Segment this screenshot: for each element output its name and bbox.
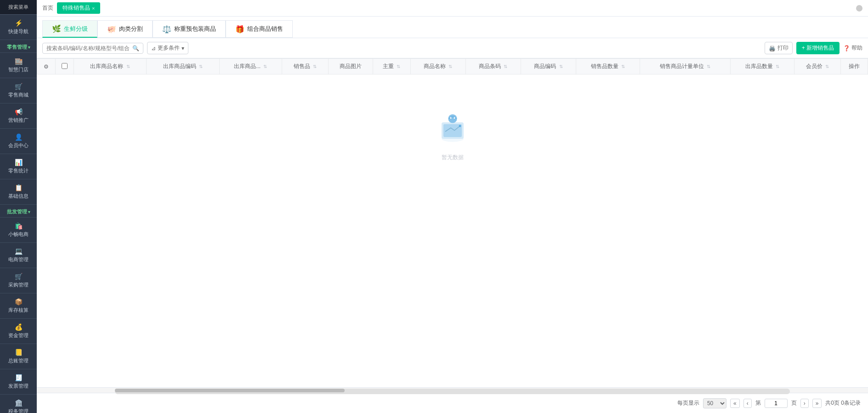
last-page-button[interactable]: » (812, 399, 822, 408)
page-label-after: 页 (791, 399, 797, 407)
sidebar-item-inventory[interactable]: 📦 库存核算 (0, 293, 37, 319)
sidebar-item-label: 发票管理 (8, 383, 28, 390)
tab-combo-sale[interactable]: 🎁 组合商品销售 (226, 20, 293, 38)
toolbar: 🔍 ⊿ 更多条件 ▾ 🖨️ 打印 + 新增销售品 ❓ 帮助 (37, 38, 868, 58)
h-scrollbar-thumb[interactable] (115, 389, 345, 392)
sidebar-item-mini-ecom[interactable]: 🛍️ 小畅电商 (0, 218, 37, 243)
sort-icon[interactable]: ⇅ (263, 64, 267, 69)
h-scrollbar[interactable] (37, 387, 868, 393)
svg-point-5 (454, 117, 455, 119)
sidebar-item-label: 零售统计 (8, 167, 28, 174)
sidebar-item-invoice-mgmt[interactable]: 🧾 发票管理 (0, 369, 37, 395)
active-tab[interactable]: 特殊销售品 × (57, 2, 100, 14)
print-button[interactable]: 🖨️ 打印 (765, 42, 793, 54)
weigh-pack-icon: ⚖️ (162, 25, 171, 34)
th-settings[interactable]: ⚙ (37, 59, 56, 75)
search-input[interactable] (46, 45, 130, 52)
sidebar-item-tax-mgmt[interactable]: 🏛️ 税务管理 (0, 395, 37, 413)
tax-mgmt-icon: 🏛️ (15, 399, 23, 407)
sidebar-item-smart-store[interactable]: 🏬 智慧门店 (0, 53, 37, 78)
sidebar-item-label: 税务管理 (8, 408, 28, 413)
sidebar-item-quick-nav[interactable]: ⚡ 快捷导航 (0, 15, 37, 40)
add-sale-button[interactable]: + 新增销售品 (796, 42, 840, 54)
th-member-price: 会员价 ⇅ (794, 59, 840, 75)
user-avatar (856, 5, 862, 11)
th-sale-qty: 销售品数量 ⇅ (576, 59, 640, 75)
print-icon: 🖨️ (769, 45, 776, 52)
sort-icon[interactable]: ⇅ (825, 64, 829, 69)
sidebar-item-retail-stats[interactable]: 📊 零售统计 (0, 154, 37, 179)
sales-promo-icon: 📢 (15, 108, 23, 115)
filter-label: 更多条件 (158, 44, 180, 52)
sidebar-item-purchase-mgmt[interactable]: 🛒 采购管理 (0, 268, 37, 293)
sort-icon[interactable]: ⇅ (199, 64, 203, 69)
filter-button[interactable]: ⊿ 更多条件 ▾ (147, 42, 188, 54)
member-center-icon: 👤 (15, 133, 23, 141)
sidebar-item-label: 小畅电商 (8, 231, 28, 238)
sidebar-item-label: 基础信息 (8, 193, 28, 200)
search-box[interactable]: 🔍 (42, 43, 143, 54)
empty-state-icon (434, 111, 471, 148)
sidebar-item-ecom-mgmt[interactable]: 💻 电商管理 (0, 243, 37, 268)
inventory-icon: 📦 (15, 298, 23, 305)
sidebar-item-retail-mall[interactable]: 🛒 零售商城 (0, 78, 37, 103)
sidebar-item-label: 电商管理 (8, 256, 28, 263)
sidebar-item-capital-mgmt[interactable]: 💰 资金管理 (0, 319, 37, 344)
search-icon[interactable]: 🔍 (132, 45, 139, 52)
h-scrollbar-track (115, 389, 790, 394)
sort-icon[interactable]: ⇅ (707, 64, 710, 69)
wholesale-mgmt-label: 批发管理 (7, 208, 27, 215)
pagination-bar: 每页显示 50 20 100 « ‹ 第 页 › » 共0页 0条记录 (37, 393, 868, 413)
sort-icon[interactable]: ⇅ (776, 64, 779, 69)
tab-meat-cut[interactable]: 🐖 肉类分割 (97, 20, 153, 38)
sidebar-item-sales-promo[interactable]: 📢 营销推广 (0, 103, 37, 129)
sidebar-item-general-ledger[interactable]: 📒 总账管理 (0, 344, 37, 369)
filter-icon: ⊿ (151, 45, 156, 52)
first-page-button[interactable]: « (730, 399, 740, 408)
sort-icon[interactable]: ⇅ (448, 64, 452, 69)
sidebar-logo[interactable]: 搜索菜单 (0, 0, 37, 15)
table-container: ⚙ 出库商品名称 ⇅ 出库商品编码 ⇅ 出库商品... ⇅ (37, 58, 868, 387)
sidebar-item-member-center[interactable]: 👤 会员中心 (0, 129, 37, 154)
svg-point-3 (448, 114, 457, 123)
select-all-checkbox[interactable] (62, 63, 68, 69)
tab-weigh-pack[interactable]: ⚖️ 称重预包装商品 (153, 20, 226, 38)
next-page-button[interactable]: › (800, 399, 809, 408)
th-checkbox[interactable] (56, 59, 74, 75)
help-button[interactable]: ❓ 帮助 (843, 44, 862, 52)
top-bar: 首页 特殊销售品 × (37, 0, 868, 17)
sort-icon[interactable]: ⇅ (504, 64, 507, 69)
svg-point-6 (459, 125, 461, 127)
sort-icon[interactable]: ⇅ (621, 64, 625, 69)
sort-icon[interactable]: ⇅ (313, 64, 317, 69)
sidebar-item-basic-info[interactable]: 📋 基础信息 (0, 179, 37, 205)
sort-icon[interactable]: ⇅ (126, 64, 130, 69)
sort-icon[interactable]: ⇅ (397, 64, 400, 69)
chevron-down-icon: ▾ (28, 45, 30, 50)
print-label: 打印 (777, 44, 789, 52)
active-tab-label: 特殊销售品 (62, 4, 90, 12)
quick-nav-icon: ⚡ (15, 19, 23, 27)
tab-label: 肉类分割 (119, 25, 143, 33)
chevron-down-icon: ▾ (182, 45, 184, 52)
tab-fresh-grade[interactable]: 🌿 生鲜分级 (42, 20, 97, 38)
sidebar-item-retail-mgmt[interactable]: 零售管理 ▾ (0, 40, 37, 53)
per-page-select[interactable]: 50 20 100 (703, 398, 726, 408)
home-link[interactable]: 首页 (42, 4, 53, 12)
th-sale-unit: 销售商品计量单位 ⇅ (640, 59, 731, 75)
th-out-goods-extra: 出库商品... ⇅ (219, 59, 282, 75)
th-sale-goods: 销售品 ⇅ (282, 59, 328, 75)
fresh-grade-icon: 🌿 (52, 24, 61, 33)
th-out-goods-code: 出库商品编码 ⇅ (147, 59, 219, 75)
sidebar-item-label: 会员中心 (8, 142, 28, 149)
sort-icon[interactable]: ⇅ (559, 64, 563, 69)
toolbar-right: 🖨️ 打印 + 新增销售品 ❓ 帮助 (765, 42, 862, 54)
close-tab-icon[interactable]: × (92, 6, 95, 11)
retail-mall-icon: 🛒 (15, 83, 23, 90)
retail-stats-icon: 📊 (15, 159, 23, 166)
sidebar-item-wholesale-mgmt[interactable]: 批发管理 ▾ (0, 205, 37, 218)
prev-page-button[interactable]: ‹ (743, 399, 752, 408)
page-number-input[interactable] (765, 399, 788, 408)
combo-sale-icon: 🎁 (235, 25, 244, 34)
tab-label: 称重预包装商品 (174, 25, 216, 33)
